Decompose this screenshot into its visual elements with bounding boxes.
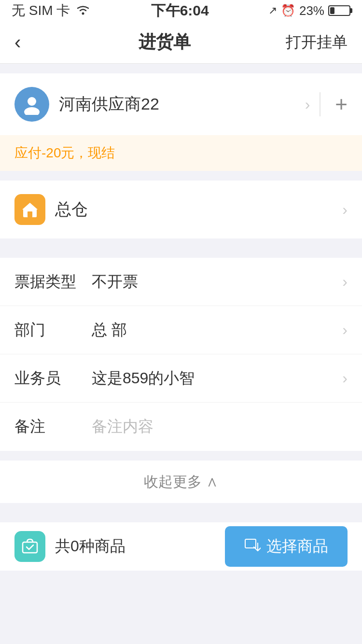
back-button[interactable]: ‹ <box>14 31 43 53</box>
page-title: 进货单 <box>139 30 191 54</box>
salesperson-chevron-icon: › <box>342 369 348 387</box>
supplier-chevron-icon: › <box>305 96 310 113</box>
svg-point-0 <box>82 13 84 15</box>
add-supplier-button[interactable]: + <box>335 94 348 115</box>
remark-input[interactable]: 备注内容 <box>82 416 348 437</box>
battery-icon <box>328 5 350 16</box>
invoice-type-chevron-icon: › <box>342 273 348 291</box>
invoice-type-label: 票据类型 <box>14 271 82 293</box>
status-left: 无 SIM 卡 <box>12 1 91 20</box>
section-gap-1 <box>0 64 362 73</box>
section-gap-4 <box>0 503 362 513</box>
salesperson-label: 业务员 <box>14 368 82 389</box>
supplier-row[interactable]: 河南供应商22 › + <box>0 73 362 135</box>
section-gap-3 <box>0 238 362 248</box>
department-chevron-icon: › <box>342 321 348 339</box>
remark-row[interactable]: 备注 备注内容 <box>0 403 362 451</box>
open-pending-button[interactable]: 打开挂单 <box>286 32 348 53</box>
notice-banner: 应付-20元，现结 <box>0 135 362 171</box>
page-background <box>0 571 362 644</box>
department-row[interactable]: 部门 总 部 › <box>0 306 362 354</box>
salesperson-value: 这是859的小智 <box>82 368 342 389</box>
department-value: 总 部 <box>82 320 342 341</box>
alarm-icon: ⏰ <box>281 4 295 17</box>
collapse-button[interactable]: 收起更多 ∧ <box>0 461 362 503</box>
select-product-icon <box>244 538 261 556</box>
svg-rect-5 <box>28 211 32 217</box>
warehouse-row[interactable]: 总仓 › <box>0 181 362 238</box>
select-product-button[interactable]: 选择商品 <box>225 526 348 567</box>
remark-label: 备注 <box>14 416 82 437</box>
warehouse-section: 总仓 › <box>0 181 362 238</box>
product-icon <box>14 531 45 562</box>
product-count-label: 共0种商品 <box>55 536 225 557</box>
supplier-avatar <box>14 87 49 122</box>
invoice-type-row[interactable]: 票据类型 不开票 › <box>0 258 362 306</box>
invoice-type-value: 不开票 <box>82 271 342 293</box>
warehouse-chevron-icon: › <box>342 201 348 219</box>
time-label: 下午6:04 <box>151 1 209 21</box>
section-gap-2 <box>0 171 362 181</box>
department-label: 部门 <box>14 320 82 341</box>
select-product-label: 选择商品 <box>266 536 328 557</box>
warehouse-icon <box>14 194 45 225</box>
form-section: 票据类型 不开票 › 部门 总 部 › 业务员 这是859的小智 › 备注 备注… <box>0 258 362 451</box>
svg-rect-6 <box>23 542 37 553</box>
warehouse-label: 总仓 <box>55 198 342 221</box>
supplier-section: 河南供应商22 › + 应付-20元，现结 <box>0 73 362 171</box>
status-right: ↗ ⏰ 23% <box>268 3 350 18</box>
wifi-icon <box>75 3 91 18</box>
carrier-label: 无 SIM 卡 <box>12 1 70 20</box>
bottom-bar: 共0种商品 选择商品 <box>0 522 362 571</box>
nav-bar: ‹ 进货单 打开挂单 <box>0 21 362 64</box>
salesperson-row[interactable]: 业务员 这是859的小智 › <box>0 354 362 403</box>
supplier-divider <box>320 92 320 116</box>
svg-point-1 <box>28 97 36 106</box>
svg-marker-4 <box>22 203 38 210</box>
status-bar: 无 SIM 卡 下午6:04 ↗ ⏰ 23% <box>0 0 362 21</box>
location-icon: ↗ <box>268 4 277 17</box>
battery-percent: 23% <box>299 3 324 18</box>
supplier-name: 河南供应商22 <box>59 93 305 115</box>
svg-point-2 <box>24 107 40 115</box>
collapse-label: 收起更多 ∧ <box>144 472 218 492</box>
